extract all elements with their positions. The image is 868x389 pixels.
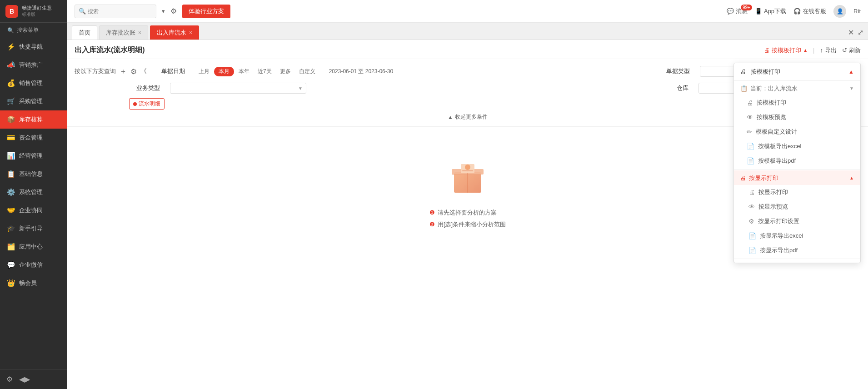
header-username[interactable]: Rit: [853, 8, 861, 15]
dropdown-item-display-export-pdf[interactable]: 📄 按显示导出pdf: [734, 243, 860, 258]
header-message[interactable]: 💬 消息 99+: [727, 7, 748, 15]
dropdown-item-display-export-excel[interactable]: 📄 按显示导出excel: [734, 229, 860, 243]
collapse-conditions-btn[interactable]: ▲ 收起更多条件: [448, 113, 488, 121]
search-icon: 🔍: [7, 27, 14, 34]
sidebar-item-apps[interactable]: 🗂️ 应用中心: [0, 238, 67, 256]
empty-tip-2: ❷ 用[选]条件来缩小分析范围: [429, 219, 506, 230]
header-app-download[interactable]: 📱 App下载: [755, 7, 786, 15]
collapse-sidebar-icon[interactable]: ◀▶: [19, 375, 30, 384]
sidebar-search[interactable]: 🔍 搜索菜单: [0, 23, 67, 38]
sidebar-item-basic[interactable]: 📋 基础信息: [0, 165, 67, 183]
template-custom-icon: ✏: [747, 128, 752, 135]
display-print-icon: 🖨: [748, 189, 755, 196]
sidebar-item-guide[interactable]: 🎓 新手引导: [0, 219, 67, 238]
active-filter-tag: 流水明细: [129, 98, 165, 110]
sidebar-footer: ⚙ ◀▶: [0, 369, 67, 389]
sidebar-item-inventory[interactable]: 📦 库存核算: [0, 110, 67, 129]
sidebar-item-system[interactable]: ⚙️ 系统管理: [0, 183, 67, 201]
guide-icon: 🎓: [6, 224, 15, 233]
dropdown-item-set-default[interactable]: ⚙ 设置默认功能 ▼: [734, 260, 860, 263]
settings-footer-icon[interactable]: ⚙: [6, 375, 13, 384]
print-header-icon: 🖨: [740, 68, 746, 75]
header-gear-icon[interactable]: ⚙: [170, 7, 177, 15]
dropdown-item-display-preview[interactable]: 👁 按显示预览: [734, 199, 860, 214]
header-search-input[interactable]: [88, 8, 152, 15]
template-icon: 📋: [740, 85, 748, 92]
filter-settings-btn[interactable]: ⚙: [130, 67, 137, 76]
sidebar-item-wechat[interactable]: 💬 企业微信: [0, 256, 67, 274]
sidebar: B 畅捷通好生意 标准版 🔍 搜索菜单 ⚡ 快捷导航 📣 营销推广 💰 销售管理…: [0, 0, 67, 389]
tab-inventory-flow[interactable]: 出入库流水 ×: [150, 25, 199, 40]
template-excel-icon: 📄: [747, 143, 754, 150]
header-industry-btn[interactable]: 体验行业方案: [182, 5, 230, 18]
sidebar-item-label: 企业微信: [19, 261, 43, 269]
filter-collapse-left-btn[interactable]: 《: [140, 67, 147, 75]
dropdown-item-template-export-excel[interactable]: 📄 按模板导出excel: [734, 139, 860, 154]
message-icon: 💬: [727, 8, 734, 15]
wechat-icon: 💬: [6, 260, 15, 269]
sidebar-item-quick-nav[interactable]: ⚡ 快捷导航: [0, 38, 67, 56]
sidebar-item-member[interactable]: 👑 畅会员: [0, 274, 67, 292]
collapse-btn-label: 收起更多条件: [455, 113, 488, 121]
item-label: 按显示导出excel: [760, 232, 803, 240]
filter-tag-label: 流水明细: [139, 100, 160, 108]
sidebar-search-label: 搜索菜单: [17, 26, 39, 34]
tip-num-1: ❶: [429, 207, 435, 219]
window-expand-btn[interactable]: ⤢: [858, 28, 863, 37]
svg-point-5: [465, 165, 470, 170]
sidebar-item-operation[interactable]: 📊 经营管理: [0, 147, 67, 165]
empty-illustration: [445, 154, 490, 199]
template-print-icon: 🖨: [747, 99, 753, 106]
header-online-service[interactable]: 🎧 在线客服: [793, 7, 826, 15]
svg-rect-6: [462, 170, 473, 171]
export-icon: ↑: [820, 47, 823, 54]
tab-home[interactable]: 首页: [72, 25, 97, 40]
sidebar-item-coop[interactable]: 🤝 企业协同: [0, 201, 67, 219]
dropdown-item-template-export-pdf[interactable]: 📄 按模板导出pdf: [734, 154, 860, 168]
inventory-batch-close-icon[interactable]: ×: [138, 30, 141, 36]
sidebar-item-finance[interactable]: 💳 资金管理: [0, 129, 67, 147]
dropdown-item-display-print[interactable]: 🖨 按显示打印: [734, 185, 860, 199]
tab-inventory-batch[interactable]: 库存批次账 ×: [99, 25, 148, 40]
sidebar-item-purchase[interactable]: 🛒 采购管理: [0, 92, 67, 110]
biztype-select[interactable]: [170, 83, 306, 94]
refresh-btn-label: 刷新: [849, 46, 861, 55]
date-tab-custom[interactable]: 自定义: [295, 67, 319, 76]
dropdown-current-section[interactable]: 📋 当前：出入库流水 ▼: [734, 81, 860, 95]
dropdown-item-template-preview[interactable]: 👁 按模板预览: [734, 110, 860, 125]
date-tab-current-month[interactable]: 本月: [214, 67, 234, 76]
tip-text-2: 用[选]条件来缩小分析范围: [438, 219, 506, 230]
template-preview-icon: 👁: [747, 114, 753, 121]
dropdown-item-template-print[interactable]: 🖨 按模板打印: [734, 95, 860, 110]
sidebar-item-label: 资金管理: [19, 134, 43, 142]
filter-add-btn[interactable]: ＋: [120, 67, 127, 76]
date-tab-prev-month[interactable]: 上月: [195, 67, 213, 76]
sidebar-item-label: 库存核算: [19, 115, 43, 124]
date-tab-more[interactable]: 更多: [276, 67, 294, 76]
filter-warehouse-label: 仓库: [677, 84, 688, 92]
date-tab-7days[interactable]: 近7天: [254, 67, 275, 76]
export-btn[interactable]: ↑ 导出: [820, 46, 837, 55]
dropdown-item-template-custom[interactable]: ✏ 模板自定义设计: [734, 125, 860, 139]
inventory-icon: 📦: [6, 115, 15, 124]
template-print-btn[interactable]: 🖨 按模板打印 ▲: [764, 46, 808, 55]
dropdown-item-display-settings[interactable]: ⚙ 按显示打印设置: [734, 214, 860, 229]
date-tab-current-year[interactable]: 本年: [235, 67, 253, 76]
sidebar-item-label: 畅会员: [19, 279, 37, 287]
tip-num-2: ❷: [429, 219, 435, 230]
header-search-dropdown-btn[interactable]: ▾: [162, 8, 165, 15]
dropdown-title: 🖨 按模板打印: [740, 68, 780, 76]
sidebar-item-marketing[interactable]: 📣 营销推广: [0, 56, 67, 74]
tip-text-1: 请先选择要分析的方案: [438, 207, 497, 219]
logo-sub: 标准版: [22, 11, 52, 18]
avatar[interactable]: 👤: [833, 5, 846, 18]
sidebar-item-sales[interactable]: 💰 销售管理: [0, 74, 67, 92]
dropdown-display-section[interactable]: 🖨 按显示打印 ▲: [734, 170, 860, 185]
header-search-box[interactable]: 🔍: [75, 5, 156, 18]
item-label: 按显示预览: [758, 203, 788, 211]
service-label: 在线客服: [803, 7, 826, 15]
inventory-flow-close-icon[interactable]: ×: [189, 30, 192, 36]
refresh-btn[interactable]: ↺ 刷新: [842, 46, 861, 55]
page-header-actions: 🖨 按模板打印 ▲ | ↑ 导出 ↺ 刷新 🖨: [764, 46, 861, 55]
window-close-btn[interactable]: ✕: [848, 28, 854, 37]
